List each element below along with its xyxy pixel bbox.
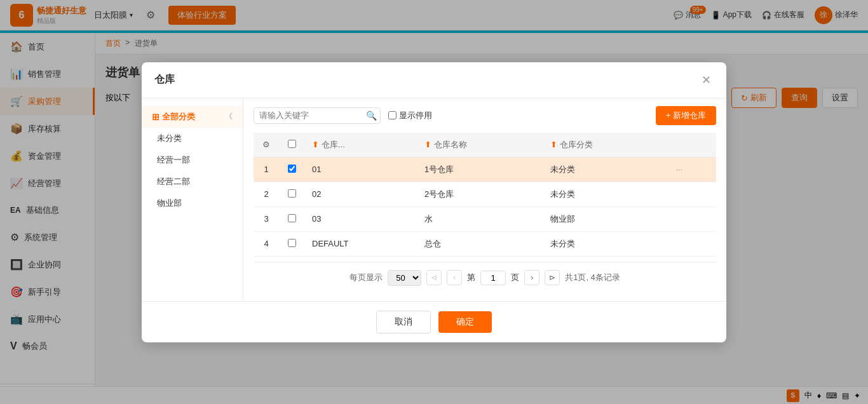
prev-page-button[interactable]: ‹ xyxy=(447,270,462,285)
page-label: 第 xyxy=(467,272,475,283)
row-code: 01 xyxy=(304,157,417,182)
category-all-header[interactable]: ⊞ 全部分类 《 xyxy=(142,106,243,128)
next-page-button[interactable]: › xyxy=(524,270,539,285)
search-icon: 🔍 xyxy=(366,111,377,121)
add-warehouse-area: + 新增仓库 xyxy=(656,106,716,125)
show-disabled-checkbox[interactable] xyxy=(388,111,397,119)
dialog-footer: 取消 确定 xyxy=(142,301,726,342)
sort-icon-name: ⬆ xyxy=(424,140,431,149)
category-item-property[interactable]: 物业部 xyxy=(142,192,243,214)
add-warehouse-button[interactable]: + 新增仓库 xyxy=(656,106,716,125)
row-checkbox[interactable] xyxy=(279,157,304,182)
row-more[interactable] xyxy=(668,231,716,256)
per-page-label: 每页显示 xyxy=(349,272,383,283)
row-no: 1 xyxy=(254,157,279,182)
row-category: 未分类 xyxy=(543,182,668,206)
pagination: 每页显示 50 ⊲ ‹ 第 页 › ⊳ 共1页, 4条记录 xyxy=(254,262,716,293)
row-no: 3 xyxy=(254,206,279,231)
show-disabled-label: 显示停用 xyxy=(399,110,432,121)
table-header: ⚙ ⬆ 仓库... ⬆ xyxy=(254,133,716,158)
row-name: 水 xyxy=(417,206,543,231)
confirm-button[interactable]: 确定 xyxy=(438,311,492,333)
search-input[interactable] xyxy=(259,111,366,120)
select-all-checkbox[interactable] xyxy=(288,140,296,148)
dialog-toolbar: 🔍 显示停用 + 新增仓库 xyxy=(254,106,716,125)
show-disabled-toggle[interactable]: 显示停用 xyxy=(388,110,432,121)
warehouse-table: ⚙ ⬆ 仓库... ⬆ xyxy=(254,133,716,257)
row-code: 03 xyxy=(304,206,417,231)
total-info: 共1页, 4条记录 xyxy=(565,272,620,283)
category-item-dept2[interactable]: 经营二部 xyxy=(142,171,243,192)
row-name: 1号仓库 xyxy=(417,157,543,182)
th-actions xyxy=(668,133,716,158)
row-name: 2号仓库 xyxy=(417,182,543,206)
dialog-header: 仓库 ✕ xyxy=(142,62,726,98)
category-item-dept1[interactable]: 经营一部 xyxy=(142,149,243,171)
row-more[interactable] xyxy=(668,206,716,231)
th-checkbox xyxy=(279,133,304,158)
first-page-button[interactable]: ⊲ xyxy=(426,270,442,285)
table-row: 1 01 1号仓库 未分类 ··· xyxy=(254,157,716,182)
th-gear: ⚙ xyxy=(254,133,279,158)
row-no: 4 xyxy=(254,231,279,256)
th-name: ⬆ 仓库名称 xyxy=(417,133,543,158)
page-unit: 页 xyxy=(511,272,519,283)
table-row: 3 03 水 物业部 xyxy=(254,206,716,231)
row-code: 02 xyxy=(304,182,417,206)
row-category: 物业部 xyxy=(543,206,668,231)
row-no: 2 xyxy=(254,182,279,206)
page-input[interactable] xyxy=(480,271,506,285)
sort-icon-category: ⬆ xyxy=(550,140,557,149)
dialog-main: 🔍 显示停用 + 新增仓库 ⚙ xyxy=(243,98,726,301)
row-checkbox[interactable] xyxy=(279,231,304,256)
row-code: DEFAULT xyxy=(304,231,417,256)
th-sort-category: ⬆ 仓库分类 xyxy=(550,139,661,151)
row-category: 未分类 xyxy=(543,231,668,256)
table-row: 4 DEFAULT 总仓 未分类 xyxy=(254,231,716,256)
row-checkbox[interactable] xyxy=(279,182,304,206)
sort-icon-code: ⬆ xyxy=(312,140,319,149)
th-sort-name: ⬆ 仓库名称 xyxy=(424,139,535,151)
th-code: ⬆ 仓库... xyxy=(304,133,417,158)
th-category: ⬆ 仓库分类 xyxy=(543,133,668,158)
row-checkbox[interactable] xyxy=(279,206,304,231)
cancel-button[interactable]: 取消 xyxy=(376,311,431,333)
dialog-title: 仓库 xyxy=(154,73,175,86)
category-all-label: ⊞ 全部分类 xyxy=(152,111,195,123)
row-more[interactable] xyxy=(668,182,716,206)
collapse-icon[interactable]: 《 xyxy=(225,111,233,122)
row-more[interactable]: ··· xyxy=(668,157,716,182)
search-box: 🔍 xyxy=(254,107,381,124)
grid-icon: ⊞ xyxy=(152,112,159,122)
modal-overlay: 仓库 ✕ ⊞ 全部分类 《 未分类 经营一部 经营二部 物业部 xyxy=(0,0,868,404)
row-name: 总仓 xyxy=(417,231,543,256)
per-page-select[interactable]: 50 xyxy=(388,270,421,286)
dialog-close-button[interactable]: ✕ xyxy=(698,72,714,88)
table-body: 1 01 1号仓库 未分类 ··· 2 02 2 xyxy=(254,157,716,256)
table-header-row: ⚙ ⬆ 仓库... ⬆ xyxy=(254,133,716,158)
category-sidebar: ⊞ 全部分类 《 未分类 经营一部 经营二部 物业部 xyxy=(142,98,243,301)
more-icon[interactable]: ··· xyxy=(675,165,682,174)
category-item-uncategorized[interactable]: 未分类 xyxy=(142,128,243,149)
dialog-body: ⊞ 全部分类 《 未分类 经营一部 经营二部 物业部 🔍 xyxy=(142,98,726,301)
last-page-button[interactable]: ⊳ xyxy=(545,270,560,285)
row-category: 未分类 xyxy=(543,157,668,182)
warehouse-dialog: 仓库 ✕ ⊞ 全部分类 《 未分类 经营一部 经营二部 物业部 xyxy=(142,62,726,342)
table-row: 2 02 2号仓库 未分类 xyxy=(254,182,716,206)
warehouse-table-element: ⚙ ⬆ 仓库... ⬆ xyxy=(254,133,716,257)
th-sort-code: ⬆ 仓库... xyxy=(312,139,409,151)
